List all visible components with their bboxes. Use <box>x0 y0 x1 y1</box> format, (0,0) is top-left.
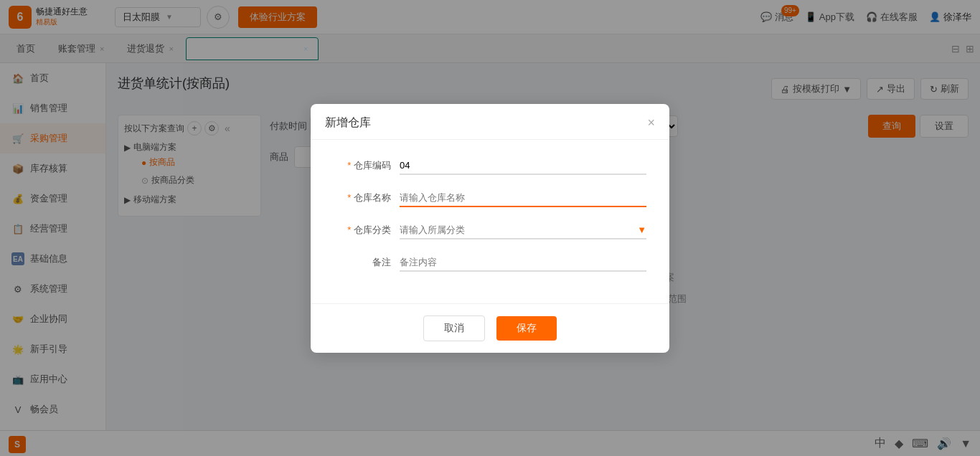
warehouse-code-input[interactable] <box>400 157 646 175</box>
warehouse-category-row: 仓库分类 ▼ <box>334 222 646 239</box>
dialog-title: 新增仓库 <box>325 115 371 130</box>
dialog-header: 新增仓库 × <box>311 104 669 140</box>
category-chevron-icon[interactable]: ▼ <box>637 224 646 235</box>
modal-overlay: 新增仓库 × 仓库编码 仓库名称 仓库分类 ▼ <box>0 0 980 456</box>
warehouse-category-input[interactable] <box>400 224 637 235</box>
warehouse-note-input[interactable] <box>400 254 646 272</box>
warehouse-code-row: 仓库编码 <box>334 157 646 175</box>
dialog-close-button[interactable]: × <box>647 115 655 130</box>
warehouse-category-select-wrap: ▼ <box>400 222 646 239</box>
dialog-body: 仓库编码 仓库名称 仓库分类 ▼ 备注 <box>311 140 669 303</box>
category-label: 仓库分类 <box>334 224 391 237</box>
warehouse-note-row: 备注 <box>334 254 646 272</box>
code-label: 仓库编码 <box>334 159 391 172</box>
name-label: 仓库名称 <box>334 191 391 204</box>
add-warehouse-dialog: 新增仓库 × 仓库编码 仓库名称 仓库分类 ▼ <box>311 104 669 353</box>
dialog-footer: 取消 保存 <box>311 303 669 353</box>
warehouse-name-input[interactable] <box>400 189 646 207</box>
cancel-button[interactable]: 取消 <box>423 315 485 341</box>
warehouse-name-row: 仓库名称 <box>334 189 646 207</box>
note-label: 备注 <box>334 256 391 269</box>
save-button[interactable]: 保存 <box>496 316 557 341</box>
